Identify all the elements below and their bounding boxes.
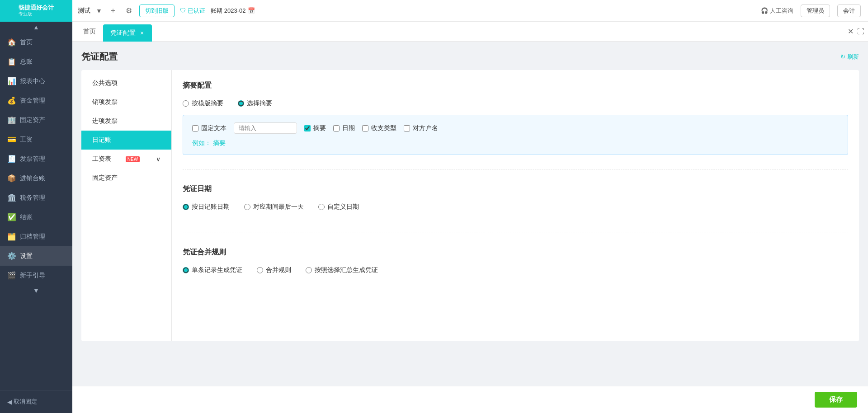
headphone-icon: 🎧 xyxy=(761,7,768,14)
fixed-text-input[interactable] xyxy=(234,122,297,134)
config-nav-sales-label: 销项发票 xyxy=(92,98,118,105)
funds-icon: 💰 xyxy=(7,96,16,105)
settings-icon[interactable]: ⚙ xyxy=(124,5,134,17)
checkbox-income-type[interactable]: 收支类型 xyxy=(362,124,396,132)
save-button[interactable]: 保存 xyxy=(815,392,857,408)
sidebar-item-ledger[interactable]: 📋 总账 xyxy=(0,52,72,71)
sidebar-item-assets[interactable]: 🏢 固定资产 xyxy=(0,110,72,130)
checkbox-fixed-text[interactable]: 固定文本 xyxy=(192,124,226,132)
config-nav-journal[interactable]: 日记账 xyxy=(81,131,171,150)
tab-bar-right: ✕ ⛶ xyxy=(848,27,864,36)
radio-custom-date-input[interactable] xyxy=(318,204,325,210)
payroll-expand-icon: ∨ xyxy=(156,155,160,163)
sidebar-item-tax[interactable]: 🏛️ 税务管理 xyxy=(0,188,72,207)
tab-voucher-config[interactable]: 凭证配置 × xyxy=(103,24,152,42)
sidebar-item-invoice[interactable]: 🧾 发票管理 xyxy=(0,149,72,169)
sidebar-scroll-up[interactable]: ▲ xyxy=(0,22,72,33)
checkbox-summary-input[interactable] xyxy=(304,125,311,131)
sidebar-item-settings[interactable]: ⚙️ 设置 xyxy=(0,246,72,266)
expand-window-button[interactable]: ⛶ xyxy=(857,27,864,36)
sidebar-item-home[interactable]: 🏠 首页 xyxy=(0,33,72,52)
config-main: 摘要配置 按模版摘要 选择摘要 xyxy=(172,70,859,341)
logo-subtitle: 专业版 xyxy=(19,11,54,17)
checkbox-counterparty[interactable]: 对方户名 xyxy=(404,124,438,132)
section-voucher-merge: 凭证合并规则 单条记录生成凭证 合并规则 xyxy=(183,248,848,296)
radio-period-last-label: 对应期间最后一天 xyxy=(253,203,304,211)
checkbox-date-input[interactable] xyxy=(333,125,340,131)
page-title: 凭证配置 xyxy=(81,51,118,63)
checkbox-summary[interactable]: 摘要 xyxy=(304,124,326,132)
pin-icon: ◀ xyxy=(7,399,12,405)
sidebar-label-salary: 工资 xyxy=(20,136,33,144)
checkbox-counterparty-input[interactable] xyxy=(404,125,410,131)
config-nav-fixed-assets[interactable]: 固定资产 xyxy=(81,169,171,188)
radio-select-input[interactable] xyxy=(238,100,244,107)
main-layout: ▲ 🏠 首页 📋 总账 📊 报表中心 💰 资金管理 🏢 固定资产 💳 工资 🧾 … xyxy=(0,22,868,413)
radio-journal-date[interactable]: 按日记账日期 xyxy=(183,203,230,211)
radio-custom-date[interactable]: 自定义日期 xyxy=(318,203,359,211)
switch-version-button[interactable]: 切到旧版 xyxy=(139,5,175,17)
config-nav-purchase-invoice[interactable]: 进项发票 xyxy=(81,112,171,131)
radio-merge-label: 合并规则 xyxy=(266,266,291,274)
refresh-label: 刷新 xyxy=(847,53,859,61)
tab-close-button[interactable]: × xyxy=(139,29,145,37)
checkbox-fixed-text-input[interactable] xyxy=(192,125,198,131)
radio-template-label: 按模版摘要 xyxy=(192,99,223,108)
sidebar-item-salary[interactable]: 💳 工资 xyxy=(0,130,72,149)
settings-sidebar-icon: ⚙️ xyxy=(7,252,16,260)
config-nav-sales-invoice[interactable]: 销项发票 xyxy=(81,93,171,112)
config-nav-public[interactable]: 公共选项 xyxy=(81,74,171,93)
radio-select-summary[interactable]: 选择摘要 xyxy=(238,99,272,108)
checkbox-date[interactable]: 日期 xyxy=(333,124,355,132)
fixed-text-label: 固定文本 xyxy=(201,124,226,132)
calendar-icon[interactable]: 📅 xyxy=(248,7,255,14)
home-icon: 🏠 xyxy=(7,38,16,47)
sidebar-label-guide: 新手引导 xyxy=(20,272,45,280)
tab-home[interactable]: 首页 xyxy=(76,22,103,42)
config-nav-purchase-label: 进项发票 xyxy=(92,117,118,124)
tab-active-label: 凭证配置 xyxy=(110,29,136,37)
add-button[interactable]: ＋ xyxy=(108,4,118,17)
checkbox-income-type-input[interactable] xyxy=(362,125,368,131)
pin-button[interactable]: ◀ 取消固定 xyxy=(0,394,72,409)
radio-merge-input[interactable] xyxy=(257,267,263,273)
config-nav-payroll[interactable]: 工资表 NEW ∨ xyxy=(81,150,171,169)
sidebar-label-ledger: 总账 xyxy=(20,58,33,66)
voucher-merge-title: 凭证合并规则 xyxy=(183,248,848,257)
closing-icon: ✅ xyxy=(7,213,16,221)
radio-merge[interactable]: 合并规则 xyxy=(257,266,291,274)
sidebar-item-archive[interactable]: 🗂️ 归档管理 xyxy=(0,227,72,246)
project-dropdown-icon[interactable]: ▼ xyxy=(96,7,102,14)
sidebar-scroll-down[interactable]: ▼ xyxy=(0,285,72,296)
close-window-button[interactable]: ✕ xyxy=(848,27,854,36)
shield-icon: 🛡 xyxy=(180,7,186,14)
radio-template-input[interactable] xyxy=(183,100,189,107)
sidebar-label-invoice: 发票管理 xyxy=(20,155,45,163)
sidebar-item-trade[interactable]: 📦 进销台账 xyxy=(0,169,72,188)
radio-template-summary[interactable]: 按模版摘要 xyxy=(183,99,223,108)
logo: 畅捷通好会计 专业版 xyxy=(0,0,72,22)
sidebar-item-reports[interactable]: 📊 报表中心 xyxy=(0,71,72,91)
radio-journal-date-input[interactable] xyxy=(183,204,189,210)
service-button[interactable]: 🎧 人工咨询 xyxy=(761,7,793,15)
radio-single-input[interactable] xyxy=(183,267,189,273)
radio-single[interactable]: 单条记录生成凭证 xyxy=(183,266,242,274)
role-button[interactable]: 会计 xyxy=(837,5,861,17)
sidebar-label-home: 首页 xyxy=(20,38,33,47)
topbar-right: 🎧 人工咨询 管理员 会计 xyxy=(761,5,861,17)
radio-summary[interactable]: 按照选择汇总生成凭证 xyxy=(306,266,378,274)
radio-period-last[interactable]: 对应期间最后一天 xyxy=(244,203,304,211)
summary-radio-group: 按模版摘要 选择摘要 xyxy=(183,99,848,108)
sidebar-item-closing[interactable]: ✅ 结账 xyxy=(0,207,72,227)
tab-bar: 首页 凭证配置 × ✕ ⛶ xyxy=(72,22,868,42)
radio-period-last-input[interactable] xyxy=(244,204,250,210)
radio-summary-input[interactable] xyxy=(306,267,312,273)
sidebar-item-funds[interactable]: 💰 资金管理 xyxy=(0,91,72,110)
config-nav-journal-label: 日记账 xyxy=(92,136,111,143)
sidebar-item-guide[interactable]: 🎬 新手引导 xyxy=(0,266,72,285)
project-name[interactable]: 测试 xyxy=(78,7,90,15)
refresh-button[interactable]: ↻ 刷新 xyxy=(840,53,859,61)
user-button[interactable]: 管理员 xyxy=(801,5,830,17)
ledger-icon: 📋 xyxy=(7,57,16,66)
period-display: 账期 2023-02 📅 xyxy=(211,7,255,15)
